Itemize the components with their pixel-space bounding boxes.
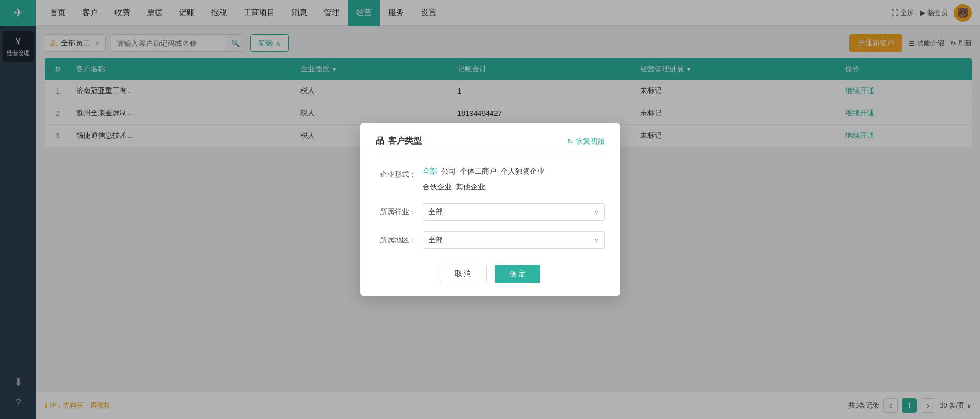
industry-select-arrow: ∨	[594, 208, 599, 216]
region-label: 所属地区：	[376, 231, 423, 248]
enterprise-option-other[interactable]: 其他企业	[456, 181, 485, 193]
enterprise-option-sole[interactable]: 个体工商户	[460, 166, 497, 177]
enterprise-option-partnership[interactable]: 合伙企业	[423, 181, 452, 193]
reset-icon: ↻	[567, 137, 574, 146]
enterprise-options-field: 全部 公司 个体工商户 个人独资企业 合伙企业 其他企业	[423, 166, 605, 193]
customer-type-modal: 品 客户类型 ↻ 恢复初始 企业形式： 全部 公司 个体工商户 个人独资企业 合…	[360, 123, 620, 296]
enterprise-form-label: 企业形式：	[376, 166, 423, 182]
enterprise-option-company[interactable]: 公司	[441, 166, 456, 177]
region-field: 全部 ∨	[423, 231, 605, 249]
modal-title-text: 客户类型	[388, 136, 422, 147]
region-select[interactable]: 全部 ∨	[423, 231, 605, 249]
reset-button[interactable]: ↻ 恢复初始	[567, 137, 605, 146]
modal-footer: 取 消 确 定	[376, 265, 605, 283]
region-select-arrow: ∨	[594, 237, 599, 244]
modal-title: 品 客户类型	[376, 136, 422, 147]
enterprise-option-individual[interactable]: 个人独资企业	[501, 166, 544, 177]
region-select-value: 全部	[428, 235, 443, 245]
industry-label: 所属行业：	[376, 203, 423, 220]
industry-field: 全部 ∨	[423, 203, 605, 221]
region-form-row: 所属地区： 全部 ∨	[376, 231, 605, 249]
industry-select-value: 全部	[428, 207, 443, 217]
enterprise-option-group: 全部 公司 个体工商户 个人独资企业	[423, 166, 605, 177]
cancel-button[interactable]: 取 消	[440, 265, 487, 283]
modal-header: 品 客户类型 ↻ 恢复初始	[376, 136, 605, 153]
industry-select[interactable]: 全部 ∨	[423, 203, 605, 221]
modal-overlay[interactable]: 品 客户类型 ↻ 恢复初始 企业形式： 全部 公司 个体工商户 个人独资企业 合…	[0, 0, 980, 419]
confirm-button[interactable]: 确 定	[495, 265, 541, 283]
enterprise-option-all[interactable]: 全部	[423, 166, 437, 177]
modal-title-icon: 品	[376, 136, 384, 147]
enterprise-form-row: 企业形式： 全部 公司 个体工商户 个人独资企业 合伙企业 其他企业	[376, 166, 605, 193]
reset-label: 恢复初始	[576, 137, 605, 146]
enterprise-option-group-2: 合伙企业 其他企业	[423, 181, 605, 193]
industry-form-row: 所属行业： 全部 ∨	[376, 203, 605, 221]
